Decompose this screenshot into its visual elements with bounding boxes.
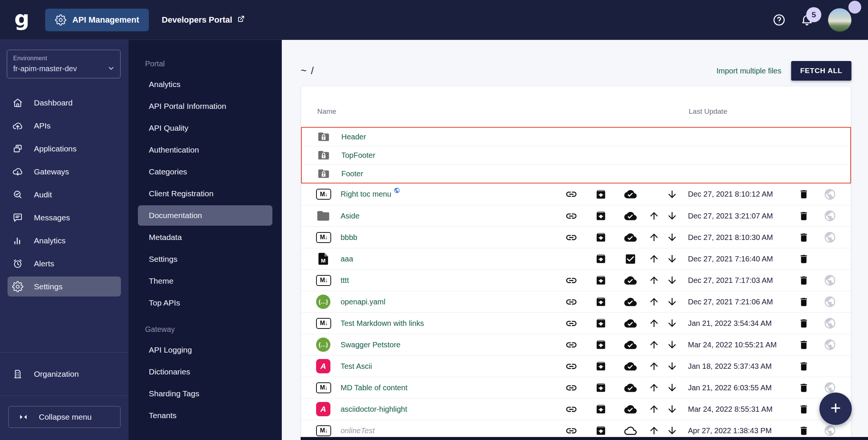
user-avatar[interactable] (828, 8, 851, 32)
sidebar-item-settings[interactable]: Settings (8, 277, 121, 296)
publish-globe-icon[interactable] (817, 317, 843, 330)
move-up-icon[interactable] (645, 210, 663, 222)
link-icon[interactable] (556, 188, 586, 200)
cloud-check-icon[interactable] (616, 210, 645, 222)
delete-icon[interactable] (790, 232, 817, 243)
api-management-button[interactable]: API Management (45, 9, 149, 31)
delete-icon[interactable] (790, 254, 817, 264)
developers-portal-link[interactable]: Developers Portal (162, 14, 246, 26)
delete-icon[interactable] (790, 189, 817, 200)
cloud-check-icon[interactable] (616, 231, 645, 244)
archive-icon[interactable] (586, 361, 616, 372)
delete-icon[interactable] (790, 361, 817, 372)
sidebar-item-organization[interactable]: Organization (0, 362, 128, 385)
cloud-check-icon[interactable] (616, 360, 645, 373)
fetch-all-button[interactable]: FETCH ALL (791, 61, 851, 81)
gravitee-logo[interactable]: g (14, 8, 29, 29)
document-name-link[interactable]: tttt (341, 276, 556, 285)
import-multiple-files-link[interactable]: Import multiple files (717, 67, 781, 75)
move-up-icon[interactable] (645, 361, 663, 372)
document-name-link[interactable]: Test Ascii (341, 362, 556, 371)
cloud-check-icon[interactable] (616, 339, 645, 351)
publish-globe-icon[interactable] (817, 338, 843, 351)
archive-icon[interactable] (586, 339, 616, 350)
submenu-item-api-quality[interactable]: API Quality (128, 117, 282, 139)
move-up-icon[interactable] (645, 339, 663, 350)
submenu-item-analytics[interactable]: Analytics (128, 73, 282, 95)
submenu-item-dictionaries[interactable]: Dictionaries (128, 361, 282, 383)
delete-icon[interactable] (790, 404, 817, 415)
submenu-item-top-apis[interactable]: Top APIs (128, 292, 282, 314)
cloud-check-icon[interactable] (616, 403, 645, 416)
delete-icon[interactable] (790, 275, 817, 286)
submenu-item-theme[interactable]: Theme (128, 270, 282, 292)
sidebar-item-alerts[interactable]: Alerts (0, 252, 128, 275)
submenu-item-api-portal-information[interactable]: API Portal Information (128, 95, 282, 117)
archive-icon[interactable] (586, 210, 616, 222)
document-name-link[interactable]: Aside (341, 212, 556, 220)
move-up-icon[interactable] (645, 425, 663, 436)
link-icon[interactable] (556, 382, 586, 394)
cloud-check-icon[interactable] (616, 317, 645, 330)
collapse-menu-button[interactable]: Collapse menu (8, 406, 121, 428)
move-up-icon[interactable] (645, 232, 663, 243)
document-name-link[interactable]: asciidoctor-highlight (341, 405, 556, 414)
publish-globe-icon[interactable] (817, 274, 843, 287)
link-icon[interactable] (556, 296, 586, 308)
move-down-icon[interactable] (663, 339, 681, 350)
archive-icon[interactable] (586, 403, 616, 415)
document-name-link[interactable]: aaa (341, 255, 556, 263)
move-up-icon[interactable] (645, 275, 663, 286)
archive-icon[interactable] (586, 296, 616, 307)
archive-icon[interactable] (586, 232, 616, 243)
sidebar-item-apis[interactable]: APIs (0, 114, 128, 137)
link-icon[interactable] (556, 425, 586, 437)
sidebar-item-audit[interactable]: Audit (0, 183, 128, 206)
sidebar-item-gateways[interactable]: Gateways (0, 160, 128, 183)
publish-globe-icon[interactable] (817, 209, 843, 222)
delete-icon[interactable] (790, 382, 817, 393)
publish-globe-icon[interactable] (817, 188, 843, 201)
system-folder-name-link[interactable]: Header (341, 133, 366, 141)
environment-select[interactable]: Environment fr-apim-master-dev (7, 50, 121, 78)
move-up-icon[interactable] (645, 403, 663, 415)
move-down-icon[interactable] (663, 296, 681, 307)
cloud-check-icon[interactable] (616, 296, 645, 308)
publish-globe-icon[interactable] (817, 381, 843, 394)
cloud-outline-icon[interactable] (616, 425, 645, 437)
move-down-icon[interactable] (663, 189, 681, 200)
archive-icon[interactable] (586, 275, 616, 286)
delete-icon[interactable] (790, 211, 817, 222)
document-name-link[interactable]: MD Table of content (341, 383, 556, 392)
move-down-icon[interactable] (663, 210, 681, 222)
document-name-link[interactable]: Right toc menu (341, 190, 556, 199)
system-folder-name-link[interactable]: Footer (341, 170, 363, 178)
archive-icon[interactable] (586, 253, 616, 264)
move-down-icon[interactable] (663, 361, 681, 372)
submenu-item-sharding-tags[interactable]: Sharding Tags (128, 383, 282, 405)
move-up-icon[interactable] (645, 296, 663, 307)
archive-icon[interactable] (586, 382, 616, 393)
publish-globe-icon[interactable] (817, 424, 843, 437)
notifications-bell-icon[interactable]: 5 (800, 13, 814, 27)
system-folder-name-link[interactable]: TopFooter (341, 151, 375, 160)
cloud-check-icon[interactable] (616, 382, 645, 394)
move-up-icon[interactable] (645, 382, 663, 393)
move-down-icon[interactable] (663, 232, 681, 243)
sidebar-item-applications[interactable]: Applications (0, 137, 128, 160)
breadcrumb[interactable]: ~ / (301, 65, 315, 77)
submenu-item-authentication[interactable]: Authentication (128, 139, 282, 161)
add-page-fab[interactable]: + (819, 393, 852, 425)
move-down-icon[interactable] (663, 382, 681, 393)
link-icon[interactable] (556, 231, 586, 244)
move-down-icon[interactable] (663, 318, 681, 329)
submenu-item-tenants[interactable]: Tenants (128, 405, 282, 426)
delete-icon[interactable] (790, 318, 817, 329)
cloud-check-icon[interactable] (616, 274, 645, 287)
move-down-icon[interactable] (663, 253, 681, 264)
document-name-link[interactable]: Swagger Petstore (341, 341, 556, 349)
submenu-item-api-logging[interactable]: API Logging (128, 339, 282, 361)
archive-icon[interactable] (586, 189, 616, 200)
check-square-icon[interactable] (616, 253, 645, 265)
help-icon[interactable] (772, 13, 786, 27)
